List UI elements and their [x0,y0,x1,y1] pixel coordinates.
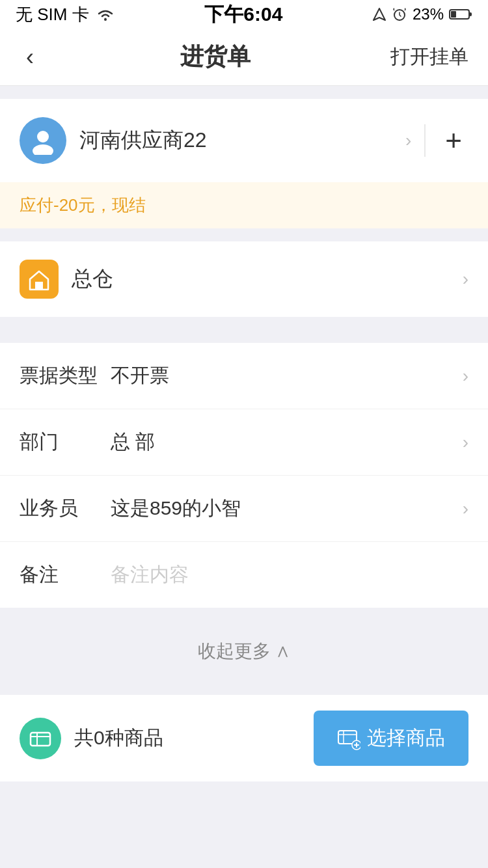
svg-rect-5 [469,12,472,16]
product-count-label: 共0种商品 [74,725,314,752]
wifi-icon [96,7,115,21]
svg-point-6 [37,131,49,142]
supplier-avatar [20,117,66,164]
notice-bar: 应付-20元，现结 [0,182,488,228]
supplier-row[interactable]: 河南供应商22 › + [0,99,488,182]
collapse-label: 收起更多 ∧ [198,639,291,664]
form-label-remark: 备注 [20,562,104,588]
form-section: 票据类型 不开票 › 部门 总 部 › 业务员 这是859的小智 › 备注 备注… [0,343,488,608]
form-row-salesperson[interactable]: 业务员 这是859的小智 › [0,476,488,542]
form-value-salesperson: 这是859的小智 [104,495,463,522]
add-supplier-button[interactable]: + [439,126,468,155]
svg-point-7 [33,144,53,155]
house-icon [27,267,51,291]
warehouse-icon [20,260,59,299]
battery-icon [449,8,472,21]
collapse-button[interactable]: 收起更多 ∧ [0,621,488,682]
status-carrier: 无 SIM 卡 [16,3,115,26]
select-product-icon [337,727,360,750]
location-icon [372,7,386,21]
svg-marker-1 [373,8,385,20]
form-value-invoice-type: 不开票 [104,362,463,389]
battery-percent: 23% [413,5,444,23]
notice-text: 应付-20元，现结 [20,195,146,215]
back-button[interactable]: ‹ [20,37,40,77]
alarm-icon [392,7,407,22]
warehouse-row[interactable]: 总仓 › [0,241,488,317]
select-product-button[interactable]: 选择商品 [314,711,468,766]
bottom-bar: 共0种商品 选择商品 [0,695,488,781]
person-icon [29,126,57,155]
invoice-type-chevron-icon: › [463,366,468,387]
section-gap-2 [0,228,488,241]
form-label-department: 部门 [20,429,104,455]
section-gap-3 [0,317,488,330]
svg-rect-8 [35,282,43,290]
form-value-department: 总 部 [104,429,463,455]
page-background [0,781,488,868]
open-hangup-button[interactable]: 打开挂单 [390,44,468,70]
svg-rect-9 [31,733,50,746]
product-icon [20,718,61,759]
supplier-chevron-icon: › [405,130,411,151]
warehouse-chevron-icon: › [463,269,468,290]
form-row-remark[interactable]: 备注 备注内容 [0,542,488,608]
select-product-label: 选择商品 [367,725,445,752]
svg-point-0 [104,18,107,21]
svg-rect-4 [451,11,456,18]
form-label-salesperson: 业务员 [20,495,104,522]
form-label-invoice-type: 票据类型 [20,362,104,389]
status-time: 下午6:04 [204,1,282,28]
department-chevron-icon: › [463,432,468,453]
supplier-divider [424,124,426,157]
cart-icon [28,726,53,751]
warehouse-section: 总仓 › [0,241,488,317]
form-row-department[interactable]: 部门 总 部 › [0,409,488,476]
nav-bar: ‹ 进货单 打开挂单 [0,29,488,86]
carrier-text: 无 SIM 卡 [16,3,89,26]
page-title: 进货单 [180,41,251,73]
status-right-area: 23% [372,5,472,23]
status-bar: 无 SIM 卡 下午6:04 23% [0,0,488,29]
supplier-section: 河南供应商22 › + 应付-20元，现结 [0,99,488,228]
salesperson-chevron-icon: › [463,498,468,519]
supplier-name: 河南供应商22 [79,126,405,155]
warehouse-name: 总仓 [72,265,463,293]
form-placeholder-remark[interactable]: 备注内容 [104,562,468,588]
section-gap-1 [0,86,488,99]
form-row-invoice-type[interactable]: 票据类型 不开票 › [0,343,488,409]
